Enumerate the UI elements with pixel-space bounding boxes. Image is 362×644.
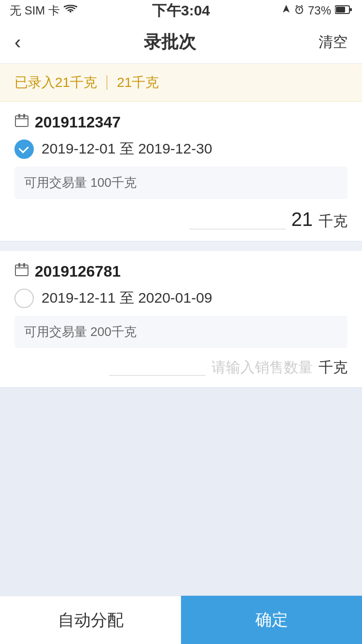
- amount-underline: [189, 229, 286, 229]
- section-divider: [0, 241, 362, 251]
- auto-distribute-button[interactable]: 自动分配: [0, 596, 181, 644]
- batch1-icon: [14, 114, 29, 131]
- svg-rect-13: [18, 263, 20, 267]
- svg-line-3: [296, 5, 297, 7]
- svg-rect-12: [15, 265, 28, 276]
- batch2-id: 2019126781: [35, 263, 121, 280]
- wifi-icon: [64, 4, 77, 17]
- batch2-date-row: 2019-12-11 至 2020-01-09: [14, 288, 348, 308]
- confirm-button[interactable]: 确定: [181, 596, 362, 644]
- content-area: 2019112347 2019-12-01 至 2019-12-30 可用交易量…: [0, 102, 362, 644]
- svg-rect-9: [18, 114, 20, 118]
- nav-title: 录批次: [144, 30, 196, 54]
- batch2-icon: [14, 263, 29, 280]
- nav-bar: ‹ 录批次 清空: [0, 21, 362, 64]
- batch2-card: 2019126781 2019-12-11 至 2020-01-09 可用交易量…: [0, 251, 362, 348]
- svg-rect-10: [23, 114, 25, 118]
- batch1-card: 2019112347 2019-12-01 至 2019-12-30 可用交易量…: [0, 102, 362, 199]
- batch1-radio[interactable]: [14, 140, 34, 159]
- back-button[interactable]: ‹: [14, 31, 21, 53]
- batch2-available: 可用交易量 200千克: [14, 316, 348, 348]
- battery-icon: [335, 4, 352, 17]
- batch1-dates: 2019-12-01 至 2019-12-30: [42, 139, 212, 159]
- clear-button[interactable]: 清空: [319, 32, 348, 52]
- batch2-unit: 千克: [319, 358, 348, 378]
- status-right: 73%: [282, 4, 352, 17]
- svg-rect-14: [23, 263, 25, 267]
- status-bar: 无 SIM 卡 下午3:04: [0, 0, 362, 21]
- recorded-label: 已录入21千克: [14, 73, 97, 92]
- svg-rect-6: [336, 7, 345, 13]
- batch1-amount[interactable]: 21: [292, 209, 313, 230]
- total-label: 21千克: [117, 73, 159, 92]
- batch2-input-row: 请输入销售数量 千克: [0, 348, 362, 388]
- batch1-date-row: 2019-12-01 至 2019-12-30: [14, 139, 348, 159]
- batch2-radio[interactable]: [14, 289, 34, 308]
- input-underline: [109, 375, 206, 376]
- status-time: 下午3:04: [152, 1, 210, 21]
- batch1-id: 2019112347: [35, 113, 121, 131]
- summary-divider: [107, 75, 107, 90]
- status-left: 无 SIM 卡: [10, 3, 77, 18]
- svg-rect-8: [15, 116, 28, 126]
- batch2-input-placeholder[interactable]: 请输入销售数量: [211, 358, 313, 378]
- battery-label: 73%: [308, 4, 331, 17]
- batch1-amount-row: 21 千克: [0, 199, 362, 241]
- batch2-dates: 2019-12-11 至 2020-01-09: [42, 288, 212, 308]
- location-icon: [282, 4, 291, 17]
- svg-rect-7: [350, 8, 352, 11]
- empty-area: [0, 388, 362, 610]
- svg-line-4: [301, 5, 303, 7]
- svg-marker-0: [283, 5, 290, 13]
- batch1-header: 2019112347: [14, 113, 348, 131]
- batch1-unit: 千克: [319, 211, 348, 231]
- summary-banner: 已录入21千克 21千克: [0, 64, 362, 102]
- alarm-icon: [294, 4, 304, 17]
- no-sim-label: 无 SIM 卡: [10, 3, 60, 18]
- batch2-header: 2019126781: [14, 263, 348, 280]
- bottom-bar: 自动分配 确定: [0, 596, 362, 644]
- batch1-available: 可用交易量 100千克: [14, 167, 348, 199]
